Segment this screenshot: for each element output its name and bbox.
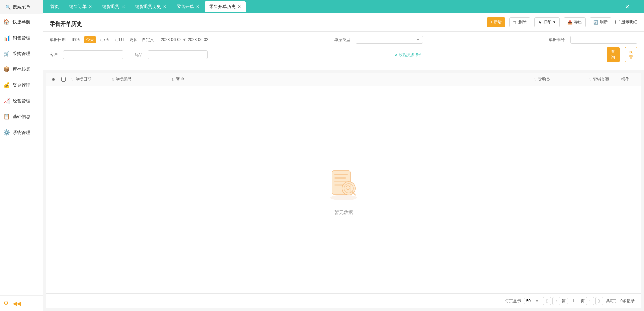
empty-illustration [324,164,364,204]
tab-bar-right: ✕ — [624,2,641,11]
add-button[interactable]: + 新增 [487,17,505,27]
tab-home[interactable]: 首页 [46,1,64,12]
col-action: 操作 [612,76,639,82]
doc-type-label: 单据类型 [334,37,350,43]
col-checkbox [58,77,68,82]
col-amount: ⇅ 实销金额 [572,76,612,82]
inventory-icon: 📦 [3,66,10,72]
last-page-btn[interactable]: ⟫ [595,297,603,305]
goods-input[interactable] [151,52,201,57]
delete-button[interactable]: 🗑 删除 [509,17,530,27]
per-page-select[interactable]: 50 100 200 [524,298,540,304]
sidebar-search-label: 搜索采单 [13,4,30,10]
export-button[interactable]: 📤 导出 [564,17,586,27]
first-page-btn[interactable]: ⟪ [543,297,551,305]
tab-retail-open[interactable]: 零售开单 ✕ [172,1,204,12]
tab-retail-open-history-close[interactable]: ✕ [238,4,241,9]
select-all-checkbox[interactable] [61,77,66,82]
tab-home-label: 首页 [50,4,59,10]
collapse-sidebar-icon[interactable]: ◀◀ [13,300,21,307]
date-option-yesterday[interactable]: 昨天 [71,36,82,43]
sidebar: 🔍 搜索采单 🏠 快捷导航 📊 销售管理 🛒 采购管理 📦 库存核算 💰 资金管… [0,0,43,311]
system-icon: ⚙️ [3,129,10,136]
tab-sales-order-close[interactable]: ✕ [89,4,92,9]
display-detail-checkbox[interactable]: 显示明细 [615,19,637,25]
sidebar-item-label: 资金管理 [13,82,30,88]
sidebar-item-label: 系统管理 [13,129,30,136]
tab-bar-minimize-icon[interactable]: — [633,2,641,11]
settings-bottom-icon[interactable]: ⚙ [3,300,9,307]
date-option-last7[interactable]: 近7天 [98,36,111,43]
empty-state: 暂无数据 [324,164,364,216]
chevron-up-icon: ∧ [395,52,398,57]
doc-sn-label: 单据编号 [549,37,565,43]
date-range-display: 2023-06-02 至 2023-06-02 [161,37,208,43]
table-settings-icon[interactable]: ⚙ [52,77,55,82]
date-option-last-month[interactable]: 近1月 [113,36,126,43]
refresh-button[interactable]: 🔄 刷新 [590,17,611,27]
sidebar-item-inventory[interactable]: 📦 库存核算 [0,61,43,77]
finance-icon: 💰 [3,82,10,88]
filter-area: 单据日期 昨天 今天 近7天 近1月 更多 自定义 2023-06-02 至 2… [43,32,644,70]
sidebar-item-operations[interactable]: 📈 经营管理 [0,93,43,109]
sidebar-item-label: 采购管理 [13,51,30,57]
sidebar-item-label: 库存核算 [13,66,30,72]
tab-sales-return-history[interactable]: 销货退货历史 ✕ [130,1,171,12]
date-option-today[interactable]: 今天 [84,36,96,43]
sort-amount-icon[interactable]: ⇅ [589,77,592,81]
goods-dots[interactable]: ... [201,52,205,57]
sidebar-item-label: 销售管理 [13,35,30,41]
sales-icon: 📊 [3,35,10,41]
collapse-filter-btn[interactable]: ∧ 收起更多条件 [395,52,423,58]
col-settings[interactable]: ⚙ [48,77,58,82]
display-detail-input[interactable] [615,20,620,24]
col-amount-label: 实销金额 [593,76,609,82]
sidebar-item-quick-nav[interactable]: 🏠 快捷导航 [0,14,43,30]
sidebar-item-basic-info[interactable]: 📋 基础信息 [0,109,43,124]
doc-type-select[interactable] [356,36,423,44]
sort-sn-icon[interactable]: ⇅ [111,77,114,81]
tab-sales-return[interactable]: 销货退货 ✕ [97,1,130,12]
add-button-label: + 新增 [490,19,502,25]
goods-label: 商品 [134,52,142,58]
table-body: 暂无数据 [46,86,641,293]
print-icon: 🖨 [538,20,542,25]
svg-rect-4 [334,181,347,182]
sort-date-icon[interactable]: ⇅ [71,77,74,81]
tab-sales-order[interactable]: 销售订单 ✕ [64,1,97,12]
customer-dots[interactable]: ... [116,52,120,57]
sidebar-item-sales-mgmt[interactable]: 📊 销售管理 [0,30,43,46]
empty-text: 暂无数据 [334,210,353,216]
tab-bar-close-icon[interactable]: ✕ [624,2,631,11]
doc-sn-input[interactable] [570,36,637,44]
tab-sales-return-label: 销货退货 [102,4,119,10]
sidebar-search[interactable]: 🔍 搜索采单 [0,0,43,14]
sidebar-item-finance[interactable]: 💰 资金管理 [0,77,43,93]
filter-row-1: 单据日期 昨天 今天 近7天 近1月 更多 自定义 2023-06-02 至 2… [50,36,637,44]
svg-rect-2 [334,174,348,175]
content-area: 零售开单历史 + 新增 🗑 删除 🖨 打印 ▼ 📤 导出 [43,13,644,311]
col-guide: ⇅ 导购员 [531,76,572,82]
settings-button[interactable]: 设置 [625,47,637,62]
sort-guide-icon[interactable]: ⇅ [534,77,537,81]
tab-sales-return-history-close[interactable]: ✕ [163,4,166,9]
customer-input[interactable] [66,52,116,57]
prev-page-btn[interactable]: ‹ [552,297,560,305]
tab-sales-return-history-label: 销货退货历史 [135,4,161,10]
query-button[interactable]: 查询 [607,47,620,62]
sidebar-item-label: 经营管理 [13,98,30,104]
date-option-more[interactable]: 更多 [128,36,139,43]
tab-retail-open-history[interactable]: 零售开单历史 ✕ [205,1,246,12]
tab-retail-open-close[interactable]: ✕ [196,4,199,9]
date-option-custom[interactable]: 自定义 [141,36,155,43]
page-input[interactable] [567,298,579,304]
sidebar-bottom: ⚙ ◀◀ [0,295,43,311]
print-button[interactable]: 🖨 打印 ▼ [534,17,560,27]
refresh-button-label: 刷新 [600,19,608,25]
col-sn-label: 单据编号 [115,76,132,82]
next-page-btn[interactable]: › [586,297,594,305]
tab-sales-return-close[interactable]: ✕ [121,4,125,9]
sidebar-item-purchase-mgmt[interactable]: 🛒 采购管理 [0,46,43,61]
sort-customer-icon[interactable]: ⇅ [172,77,175,81]
sidebar-item-system-mgmt[interactable]: ⚙️ 系统管理 [0,124,43,140]
